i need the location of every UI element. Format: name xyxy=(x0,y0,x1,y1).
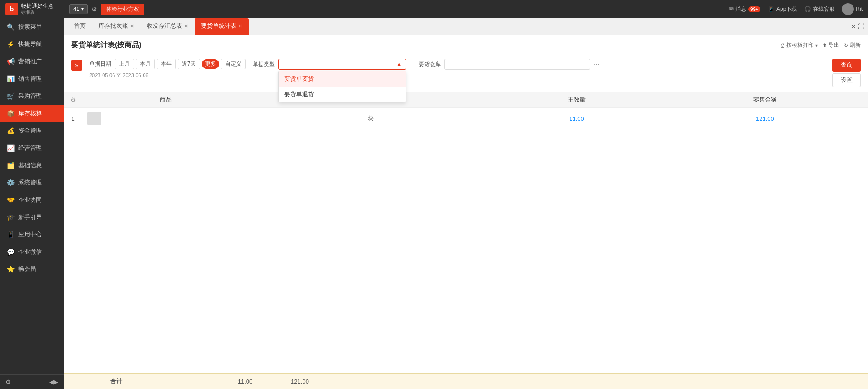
purchase-icon: 🛒 xyxy=(6,92,15,100)
online-service-btn[interactable]: 🎧 在线客服 xyxy=(804,5,835,13)
finance-icon: 💰 xyxy=(6,127,15,134)
tab-summary[interactable]: 收发存汇总表 ✕ xyxy=(140,18,195,35)
user-name: Rit xyxy=(856,6,863,12)
service-icon: 🎧 xyxy=(804,6,811,12)
quantity-link[interactable]: 11.00 xyxy=(569,115,584,122)
sidebar-item-shortcut[interactable]: ⚡ 快捷导航 xyxy=(0,36,64,53)
sidebar-bottom: ⚙ ◀▶ xyxy=(0,374,64,389)
type-selected-value xyxy=(282,61,284,67)
marketing-icon: 📢 xyxy=(6,58,15,65)
tabs-maximize-btn[interactable]: ⛶ xyxy=(858,23,864,30)
avatar xyxy=(842,3,854,15)
message-btn[interactable]: ✉ 消息 99+ xyxy=(729,5,760,13)
logo-text-group: 畅捷通好生意 标准版 xyxy=(21,3,54,15)
print-btn[interactable]: 🖨 按模板打印 ▾ xyxy=(780,41,818,49)
page-actions: 🖨 按模板打印 ▾ ⬆ 导出 ↻ 刷新 xyxy=(780,41,861,49)
warehouse-filter-group: 要货仓库 ··· xyxy=(419,59,601,70)
footer-label: 合计 xyxy=(69,377,163,385)
sidebar-label-sales: 销售管理 xyxy=(18,75,42,83)
store-selector[interactable]: 41 ▾ xyxy=(69,4,88,14)
sidebar-item-member[interactable]: ⭐ 畅会员 xyxy=(0,261,64,278)
sidebar-item-enterprise[interactable]: 🤝 企业协同 xyxy=(0,191,64,209)
export-btn[interactable]: ⬆ 导出 xyxy=(822,41,839,49)
wechat-icon: 💬 xyxy=(6,248,15,256)
page-title: 要货单统计表(按商品) xyxy=(71,41,142,50)
app-sub: 标准版 xyxy=(21,9,54,15)
refresh-btn[interactable]: ↻ 刷新 xyxy=(844,41,861,49)
type-option-return[interactable]: 要货单退货 xyxy=(279,87,406,102)
sidebar-item-marketing[interactable]: 📢 营销推广 xyxy=(0,53,64,70)
settings-btn[interactable]: 设置 xyxy=(832,73,861,87)
sidebar-collapse-btn[interactable]: ◀▶ xyxy=(49,379,58,385)
date-btn-more[interactable]: 更多 xyxy=(202,59,219,69)
sidebar: 🔍 搜索菜单 ⚡ 快捷导航 📢 营销推广 📊 销售管理 🛒 采购管理 📦 库存核… xyxy=(0,18,64,389)
amount-link[interactable]: 121.00 xyxy=(756,115,774,122)
date-btn-this-month[interactable]: 本月 xyxy=(136,59,155,69)
type-select[interactable]: ▲ xyxy=(278,59,406,70)
header-right: ✉ 消息 99+ 📱 App下载 🎧 在线客服 Rit xyxy=(729,3,863,15)
row-seq: 1 xyxy=(64,108,82,129)
user-avatar-btn[interactable]: Rit xyxy=(842,3,863,15)
sidebar-item-basic[interactable]: 🗂️ 基础信息 xyxy=(0,157,64,174)
sidebar-settings-btn[interactable]: ⚙ xyxy=(5,379,11,385)
sidebar-item-search[interactable]: 🔍 搜索菜单 xyxy=(0,18,64,36)
page-header: 要货单统计表(按商品) 🖨 按模板打印 ▾ ⬆ 导出 ↻ 刷新 xyxy=(64,35,868,54)
sidebar-item-sales[interactable]: 📊 销售管理 xyxy=(0,70,64,87)
filter-bar: » 单据日期 上月 本月 本年 近7天 更多 自定义 2023-05-0 xyxy=(64,54,868,92)
table-row: 1 块 11.00 121.00 xyxy=(64,108,868,129)
tab-batch[interactable]: 库存批次账 ✕ xyxy=(92,18,140,35)
warehouse-select[interactable] xyxy=(444,59,590,70)
sidebar-label-search: 搜索菜单 xyxy=(18,23,42,31)
trial-btn[interactable]: 体验行业方案 xyxy=(101,4,144,15)
warehouse-more-btn[interactable]: ··· xyxy=(592,60,601,68)
main-layout: 🔍 搜索菜单 ⚡ 快捷导航 📢 营销推广 📊 销售管理 🛒 采购管理 📦 库存核… xyxy=(0,18,868,389)
app-name: 畅捷通好生意 xyxy=(21,3,54,9)
date-label: 单据日期 xyxy=(89,60,111,68)
sidebar-label-appstore: 应用中心 xyxy=(18,230,42,239)
tabs-bar: 首页 库存批次账 ✕ 收发存汇总表 ✕ 要货单统计表 ✕ ✕ ⛶ xyxy=(64,18,868,35)
table-container: ⚙ 商品 主计量单位 主数量 零售金额 1 xyxy=(64,92,868,373)
sidebar-item-inventory[interactable]: 📦 库存核算 xyxy=(0,105,64,122)
store-name: 41 xyxy=(73,6,79,12)
date-filter-group: 单据日期 上月 本月 本年 近7天 更多 自定义 2023-05-06 至 20… xyxy=(89,59,246,79)
sidebar-label-purchase: 采购管理 xyxy=(18,92,42,100)
type-option-order[interactable]: 要货单要货 xyxy=(279,71,406,87)
expand-filter-btn[interactable]: » xyxy=(71,60,82,71)
date-btn-last-month[interactable]: 上月 xyxy=(115,59,134,69)
sidebar-item-wechat[interactable]: 💬 企业微信 xyxy=(0,243,64,261)
message-icon: ✉ xyxy=(729,6,734,12)
export-icon: ⬆ xyxy=(822,42,827,49)
sidebar-item-appstore[interactable]: 📱 应用中心 xyxy=(0,226,64,243)
logo-area: b 畅捷通好生意 标准版 xyxy=(5,3,69,15)
col-settings-btn[interactable]: ⚙ xyxy=(70,96,76,103)
header-middle: 41 ▾ ⚙ 体验行业方案 xyxy=(69,4,729,15)
col-product: 商品 xyxy=(82,92,250,108)
sidebar-item-guide[interactable]: 🎓 新手引导 xyxy=(0,209,64,226)
date-btn-custom[interactable]: 自定义 xyxy=(221,59,246,69)
tab-close-summary[interactable]: ✕ xyxy=(184,23,188,29)
appstore-icon: 📱 xyxy=(6,231,15,238)
enterprise-icon: 🤝 xyxy=(6,196,15,204)
sidebar-label-guide: 新手引导 xyxy=(18,213,42,221)
content-area: 首页 库存批次账 ✕ 收发存汇总表 ✕ 要货单统计表 ✕ ✕ ⛶ 要 xyxy=(64,18,868,389)
date-btn-last-7-days[interactable]: 近7天 xyxy=(178,59,200,69)
settings-icon[interactable]: ⚙ xyxy=(92,6,97,13)
date-btn-this-year[interactable]: 本年 xyxy=(157,59,176,69)
sidebar-item-operation[interactable]: 📈 经营管理 xyxy=(0,139,64,157)
sidebar-item-system[interactable]: ⚙️ 系统管理 xyxy=(0,174,64,191)
type-dropdown-menu: 要货单要货 要货单退货 xyxy=(278,71,406,102)
store-dropdown-icon: ▾ xyxy=(81,6,84,12)
sidebar-label-enterprise: 企业协同 xyxy=(18,196,42,204)
date-range-display: 2023-05-06 至 2023-06-06 xyxy=(89,72,246,79)
tab-home[interactable]: 首页 xyxy=(67,18,92,35)
tab-order-stats[interactable]: 要货单统计表 ✕ xyxy=(195,18,249,35)
query-btn[interactable]: 查询 xyxy=(832,59,861,72)
tab-close-batch[interactable]: ✕ xyxy=(130,23,134,29)
tabs-close-all-btn[interactable]: ✕ xyxy=(851,23,856,30)
app-download-btn[interactable]: 📱 App下载 xyxy=(768,5,797,13)
sidebar-item-purchase[interactable]: 🛒 采购管理 xyxy=(0,87,64,105)
shortcut-icon: ⚡ xyxy=(6,41,15,48)
tab-close-order-stats[interactable]: ✕ xyxy=(238,23,242,29)
sidebar-item-finance[interactable]: 💰 资金管理 xyxy=(0,122,64,139)
footer-amount: 121.00 xyxy=(272,378,327,385)
